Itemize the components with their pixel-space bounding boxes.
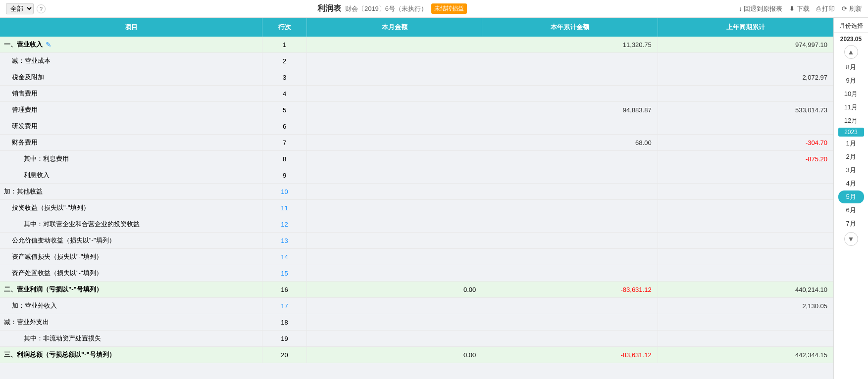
- sidebar-month-item[interactable]: 4月: [838, 177, 864, 190]
- cell-label: 减：营业外支出: [0, 314, 262, 330]
- edit-icon[interactable]: ✎: [46, 41, 51, 48]
- table-row: 资产减值损失（损失以"-"填列） 14: [0, 249, 833, 265]
- page-title: 利润表: [317, 3, 341, 14]
- cell-prev-ytd: [658, 216, 833, 232]
- cell-label: 公允价值变动收益（损失以"-"填列）: [0, 233, 262, 248]
- download-button[interactable]: ⬇ 下载: [789, 4, 810, 13]
- cell-ytd: [482, 216, 658, 232]
- cell-current-month: [307, 200, 482, 216]
- table-row: 研发费用 6: [0, 118, 833, 135]
- cell-row-num: 12: [262, 216, 307, 232]
- page-subtitle: 财会〔2019〕6号（未执行）: [345, 4, 427, 13]
- sidebar-month-item[interactable]: 5月: [838, 190, 864, 203]
- help-icon[interactable]: ?: [37, 4, 46, 13]
- cell-label: 减：营业成本: [0, 53, 262, 69]
- row-label: 资产处置收益（损失以"-"填列）: [12, 269, 102, 278]
- row-label: 三、利润总额（亏损总额以"-"号填列）: [4, 350, 115, 359]
- table-row: 一、营业收入✎ 1 11,320.75 974,997.10: [0, 37, 833, 53]
- cell-prev-ytd: [658, 86, 833, 101]
- header-current-month: 本月金额: [307, 18, 482, 37]
- sidebar-month-item[interactable]: 6月: [838, 204, 864, 217]
- table-row: 三、利润总额（亏损总额以"-"号填列） 20 0.00 -83,631.12 4…: [0, 347, 833, 363]
- cell-ytd: -83,631.12: [482, 347, 658, 363]
- sidebar-month-item[interactable]: 10月: [838, 88, 864, 100]
- sidebar-month-item[interactable]: 2月: [838, 150, 864, 163]
- table-row: 其中：非流动资产处置损失 19: [0, 331, 833, 347]
- cell-ytd: [482, 314, 658, 330]
- cell-row-num: 19: [262, 331, 307, 346]
- row-label: 投资收益（损失以"-"填列）: [12, 203, 90, 212]
- table-area: 项目 行次 本月金额 本年累计金额 上年同期累计 一、营业收入✎ 1 11,32…: [0, 18, 833, 379]
- cell-row-num: 13: [262, 233, 307, 248]
- row-label: 公允价值变动收益（损失以"-"填列）: [12, 236, 115, 245]
- cell-current-month: [307, 151, 482, 167]
- sidebar-month-item[interactable]: 12月: [838, 114, 864, 127]
- cell-ytd: -83,631.12: [482, 282, 658, 297]
- cell-row-num: 7: [262, 135, 307, 150]
- cell-prev-ytd: -304.70: [658, 135, 833, 150]
- cell-row-num: 14: [262, 249, 307, 265]
- cell-current-month: [307, 37, 482, 52]
- row-label: 加：营业外收入: [12, 301, 57, 310]
- sidebar-down-btn[interactable]: ▼: [844, 232, 858, 246]
- cell-prev-ytd: 974,997.10: [658, 37, 833, 52]
- table-row: 其中：利息费用 8 -875.20: [0, 151, 833, 167]
- cell-row-num: 15: [262, 265, 307, 281]
- cell-row-num: 9: [262, 167, 307, 183]
- sidebar-year: 2023.05: [840, 35, 862, 44]
- top-bar-right: ↓ 回退到原报表 ⬇ 下载 ⎙ 打印 ⟳ 刷新: [739, 4, 862, 13]
- sidebar-month-item[interactable]: 8月: [838, 61, 864, 74]
- sidebar-month-item[interactable]: 11月: [838, 101, 864, 114]
- cell-prev-ytd: [658, 331, 833, 346]
- cell-prev-ytd: 533,014.73: [658, 102, 833, 118]
- table-row: 二、营业利润（亏损以"-"号填列） 16 0.00 -83,631.12 440…: [0, 282, 833, 298]
- sidebar-month-item[interactable]: 7月: [838, 217, 864, 230]
- cell-label: 资产减值损失（损失以"-"填列）: [0, 249, 262, 265]
- cell-prev-ytd: 2,072.97: [658, 69, 833, 85]
- cell-ytd: [482, 118, 658, 134]
- cell-row-num: 17: [262, 298, 307, 314]
- cell-label: 税金及附加: [0, 69, 262, 85]
- print-button[interactable]: ⎙ 打印: [817, 4, 835, 13]
- scope-dropdown[interactable]: 全部: [6, 3, 34, 14]
- row-label: 二、营业利润（亏损以"-"号填列）: [4, 285, 102, 294]
- cell-label: 管理费用: [0, 102, 262, 118]
- table-row: 减：营业成本 2: [0, 53, 833, 69]
- sidebar-month-item[interactable]: 2023: [838, 128, 864, 137]
- sidebar-title: 月份选择: [834, 20, 868, 33]
- cell-row-num: 6: [262, 118, 307, 134]
- cell-row-num: 1: [262, 37, 307, 52]
- cell-prev-ytd: [658, 184, 833, 199]
- top-bar-left: 全部 ?: [6, 3, 46, 14]
- sidebar-month-item[interactable]: 3月: [838, 164, 864, 177]
- table-row: 资产处置收益（损失以"-"填列） 15: [0, 265, 833, 282]
- cell-prev-ytd: [658, 265, 833, 281]
- cell-prev-ytd: [658, 118, 833, 134]
- cell-label: 资产处置收益（损失以"-"填列）: [0, 265, 262, 281]
- cell-prev-ytd: [658, 200, 833, 216]
- cell-label: 二、营业利润（亏损以"-"号填列）: [0, 282, 262, 297]
- cell-ytd: [482, 53, 658, 69]
- table-row: 财务费用 7 68.00 -304.70: [0, 135, 833, 151]
- cell-ytd: [482, 167, 658, 183]
- cell-row-num: 16: [262, 282, 307, 297]
- cell-prev-ytd: -875.20: [658, 151, 833, 167]
- cell-label: 投资收益（损失以"-"填列）: [0, 200, 262, 216]
- sidebar-up-btn[interactable]: ▲: [844, 45, 858, 59]
- status-badge: 未结转损益: [431, 3, 467, 14]
- cell-label: 研发费用: [0, 118, 262, 134]
- cell-current-month: [307, 314, 482, 330]
- cell-row-num: 5: [262, 102, 307, 118]
- cell-row-num: 3: [262, 69, 307, 85]
- sidebar-month-item[interactable]: 1月: [838, 137, 864, 150]
- cell-current-month: [307, 86, 482, 101]
- sidebar-month-item[interactable]: 9月: [838, 74, 864, 87]
- refresh-button[interactable]: ⟳ 刷新: [842, 4, 862, 13]
- cell-current-month: [307, 298, 482, 314]
- cell-label: 销售费用: [0, 86, 262, 101]
- row-label: 销售费用: [12, 89, 38, 98]
- row-label: 其中：非流动资产处置损失: [24, 334, 101, 343]
- cell-label: 加：其他收益: [0, 184, 262, 199]
- back-button[interactable]: ↓ 回退到原报表: [739, 4, 782, 13]
- cell-ytd: [482, 200, 658, 216]
